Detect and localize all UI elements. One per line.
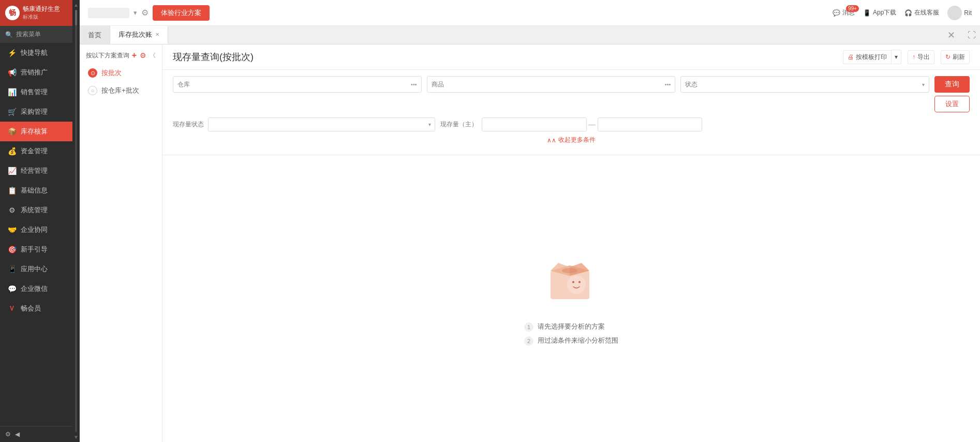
status-label: 状态 (685, 80, 697, 89)
sidebar-item-operations[interactable]: 📈 经营管理 (0, 161, 72, 181)
filter-panel: 按以下方案查询 + ⚙ 《 ⊙ 按批次 ○ 按仓库+批次 (80, 45, 162, 442)
member-icon: V (7, 304, 17, 313)
export-btn[interactable]: ↑ 导出 (908, 50, 934, 64)
topbar-dropdown-icon[interactable]: ▾ (133, 9, 137, 17)
tab-close-btn[interactable]: ✕ (155, 32, 159, 37)
filter-item-by-wh-batch[interactable]: ○ 按仓库+批次 (80, 82, 162, 99)
sidebar-item-marketing[interactable]: 📢 营销推广 (0, 63, 72, 82)
filter-item-by-batch[interactable]: ⊙ 按批次 (80, 64, 162, 82)
inventory-qty-range: — (482, 117, 703, 131)
search-icon: 🔍 (5, 31, 13, 38)
inventory-qty-min[interactable] (482, 117, 587, 131)
filter-panel-label: 按以下方案查询 (86, 51, 129, 60)
step-1-text: 请先选择要分析的方案 (538, 322, 605, 331)
user-profile[interactable]: Rit (947, 6, 972, 20)
tab-inventory-batch[interactable]: 库存批次账 ✕ (110, 26, 168, 44)
sidebar-item-enterprise[interactable]: 🤝 企业协同 (0, 220, 72, 240)
print-template-btn[interactable]: 🖨 按模板打印 (843, 50, 891, 64)
sidebar-item-label: 基础信息 (21, 186, 48, 195)
refresh-label: 刷新 (953, 53, 965, 62)
query-btn[interactable]: 查询 (934, 76, 970, 93)
main-wrapper: ▾ ⚙ 体验行业方案 💬 消息 99+ 📱 App下载 🎧 在线客服 Rit (80, 0, 980, 442)
collapse-more-label: 收起更多条件 (558, 136, 596, 144)
warehouse-label: 仓库 (177, 80, 190, 89)
filter-settings-btn[interactable]: ⚙ (140, 51, 146, 60)
status-dropdown-icon[interactable]: ▾ (922, 82, 925, 87)
scroll-up-icon[interactable]: ▲ (73, 2, 79, 8)
sidebar-item-newbie[interactable]: 🎯 新手引导 (0, 240, 72, 259)
sidebar-item-label: 营销推广 (21, 68, 48, 77)
topbar-gear-icon[interactable]: ⚙ (141, 8, 149, 18)
collapse-more-btn[interactable]: ∧∧ 收起更多条件 (173, 131, 970, 149)
inventory-qty-max[interactable] (598, 117, 703, 131)
setup-btn[interactable]: 设置 (934, 96, 970, 112)
sidebar-item-label: 库存核算 (21, 127, 48, 136)
sidebar-settings-btn[interactable]: ⚙ (5, 431, 11, 438)
svg-point-5 (567, 275, 586, 294)
topbar-right: 💬 消息 99+ 📱 App下载 🎧 在线客服 Rit (833, 6, 972, 20)
content-area: 按以下方案查询 + ⚙ 《 ⊙ 按批次 ○ 按仓库+批次 现存量查询(按批次) (80, 45, 980, 442)
filter-by-batch-icon: ⊙ (88, 68, 97, 78)
sidebar-item-label: 快捷导航 (21, 48, 48, 57)
sidebar-item-inventory[interactable]: 📦 库存核算 (0, 122, 72, 141)
warehouse-more-icon[interactable]: ••• (411, 81, 417, 87)
page-actions: 🖨 按模板打印 ▾ ↑ 导出 ↻ 刷新 (843, 50, 970, 64)
username-label: Rit (964, 9, 972, 17)
filter-add-btn[interactable]: + (132, 51, 137, 60)
sidebar-item-label: 新手引导 (21, 245, 48, 254)
sidebar-header: 畅 畅康通好生意 标准版 (0, 0, 72, 26)
print-dropdown-icon: ▾ (895, 53, 898, 61)
empty-step-1: 1 请先选择要分析的方案 (524, 322, 618, 332)
sidebar-item-basics[interactable]: 📋 基础信息 (0, 181, 72, 200)
product-more-icon[interactable]: ••• (665, 81, 671, 87)
messages-btn[interactable]: 💬 消息 99+ (833, 8, 855, 17)
online-service-btn[interactable]: 🎧 在线客服 (904, 8, 939, 17)
sidebar-collapse-btn[interactable]: ◀ (15, 431, 20, 438)
filter-panel-header: 按以下方案查询 + ⚙ 《 (80, 51, 162, 64)
sidebar-item-system[interactable]: ⚙ 系统管理 (0, 200, 72, 220)
system-icon: ⚙ (7, 205, 17, 215)
trial-btn[interactable]: 体验行业方案 (153, 5, 210, 21)
app-download-btn[interactable]: 📱 App下载 (863, 8, 896, 17)
enterprise-icon: 🤝 (7, 225, 17, 234)
app-download-label: App下载 (873, 8, 896, 17)
tab-home[interactable]: 首页 (80, 26, 110, 44)
export-label: 导出 (917, 53, 930, 62)
filter-panel-actions: + ⚙ 《 (132, 51, 156, 60)
inventory-status-select[interactable] (208, 117, 435, 131)
print-btn-label: 按模板打印 (856, 53, 887, 62)
sidebar-item-finance[interactable]: 💰 资金管理 (0, 141, 72, 161)
online-service-label: 在线客服 (914, 8, 939, 17)
app-title-block: 畅康通好生意 标准版 (23, 5, 60, 21)
sidebar-item-member[interactable]: V 畅会员 (0, 299, 72, 318)
inventory-status-label: 现存量状态 (173, 120, 204, 129)
page-close-btn[interactable]: ✕ (939, 26, 963, 44)
svg-point-4 (562, 268, 577, 273)
filter-collapse-btn[interactable]: 《 (150, 51, 156, 60)
sidebar-footer: ⚙ ◀ (0, 426, 72, 442)
status-field[interactable]: 状态 ▾ (680, 76, 929, 93)
page-expand-btn[interactable]: ⛶ (963, 26, 980, 44)
sidebar-item-wechat[interactable]: 💬 企业微信 (0, 279, 72, 299)
tab-inventory-batch-label: 库存批次账 (118, 30, 152, 39)
scroll-down-icon[interactable]: ▼ (73, 434, 79, 440)
refresh-btn[interactable]: ↻ 刷新 (941, 50, 970, 64)
btn-area: 查询 设置 (934, 76, 970, 112)
sidebar-item-label: 采购管理 (21, 107, 48, 116)
search-menu[interactable]: 🔍 搜索菜单 (0, 26, 72, 43)
sidebar-item-label: 畅会员 (21, 304, 41, 313)
avatar (947, 6, 962, 20)
sidebar-item-app-center[interactable]: 📱 应用中心 (0, 259, 72, 279)
filter-by-batch-label: 按批次 (101, 68, 122, 78)
print-dropdown-btn[interactable]: ▾ (891, 50, 901, 64)
quick-nav-icon: ⚡ (7, 48, 17, 57)
marketing-icon: 📢 (7, 68, 17, 77)
product-field[interactable]: 商品 ••• (427, 76, 676, 93)
warehouse-field[interactable]: 仓库 ••• (173, 76, 422, 93)
empty-state: 1 请先选择要分析的方案 2 用过滤条件来缩小分析范围 (162, 155, 980, 442)
sidebar-item-quick-nav[interactable]: ⚡ 快捷导航 (0, 43, 72, 63)
inventory-status-field: 现存量状态 ▾ (173, 117, 435, 131)
tab-spacer (168, 26, 939, 44)
sidebar-item-sales[interactable]: 📊 销售管理 (0, 82, 72, 102)
sidebar-item-purchase[interactable]: 🛒 采购管理 (0, 102, 72, 122)
